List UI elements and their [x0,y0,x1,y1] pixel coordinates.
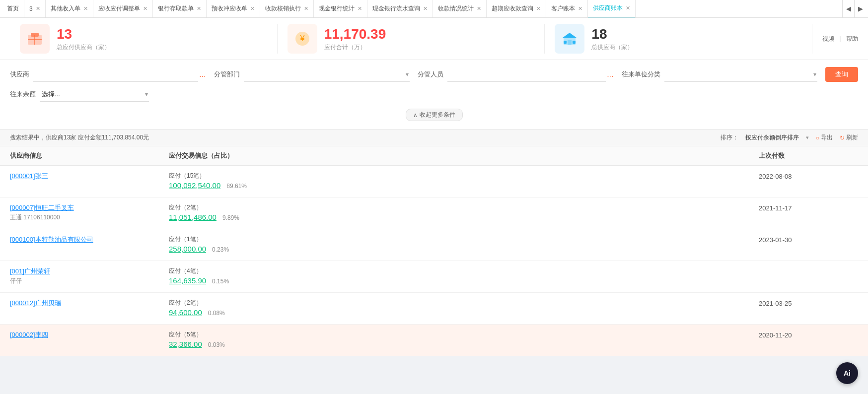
supplier-name-link[interactable]: [001]广州荣轩 [10,267,169,276]
trans-amount[interactable]: 258,000.00 [169,245,206,253]
nav-prev-button[interactable]: ◀ [842,0,854,18]
nav-tab-payment-stat[interactable]: 收款情况统计 ✕ [433,0,487,18]
refresh-label: 刷新 [846,133,858,142]
filter-row-1: 供应商 ... 分管部门 ▾ 分管人员 ... 往来单位分类 [10,67,858,82]
supplier-name-link[interactable]: [000002]李四 [10,330,169,339]
close-icon[interactable]: ✕ [578,5,582,12]
transaction-cell: 应付（5笔） 32,366.00 0.03% [169,330,759,348]
supplier-filter-label: 供应商 [10,70,29,79]
category-filter-select[interactable] [664,67,818,82]
collapse-up-icon: ∧ [413,112,418,119]
nav-tab-supplier-ledger[interactable]: 供应商账本 ✕ [588,0,636,18]
nav-tab-customer-ledger[interactable]: 客户账本 ✕ [546,0,588,18]
nav-tab-cash-stat[interactable]: 现金银行统计 ✕ [314,0,367,18]
trans-percent: 0.15% [212,278,229,285]
trans-inline: 11,051,486.00 9.89% [169,213,759,221]
person-dots[interactable]: ... [607,70,613,78]
balance-select-wrap: 选择... ▾ [40,87,149,102]
nav-next-button[interactable]: ▶ [854,0,866,18]
table-header: 供应商信息 应付交易信息（占比） 上次付数 [0,146,868,166]
collapse-button[interactable]: ∧ 收起更多条件 [406,109,463,121]
balance-filter-select[interactable]: 选择... [40,87,149,102]
person-filter-input[interactable] [447,67,606,82]
table-row: [000100]本特勒油品有限公司 应付（1笔） 258,000.00 0.23… [0,229,868,261]
nav-tab-home[interactable]: 首页 [2,0,24,18]
sort-value[interactable]: 按应付余额倒序排序 [745,133,799,142]
nav-tab-prepay[interactable]: 预收冲应收单 ✕ [207,0,260,18]
trans-label: 应付（2笔） [169,203,759,212]
total-amount-label: 应付合计（万） [324,43,535,52]
dept-select-wrap: ▾ [244,67,410,82]
help-link[interactable]: 帮助 [846,35,858,43]
dept-filter-label: 分管部门 [214,70,240,79]
last-payment-cell: 2020-11-20 [759,330,858,339]
supplier-name-link[interactable]: [000007]恒旺二手叉车 [10,203,169,212]
last-payment-date: 2021-03-25 [759,299,858,307]
nav-tab-cash-flow[interactable]: 现金银行流水查询 ✕ [367,0,433,18]
close-icon[interactable]: ✕ [83,5,88,12]
total-amount-number: 11,170.39 [324,26,535,43]
filter-category: 往来单位分类 ▾ [622,67,818,82]
transaction-info: 应付（1笔） 258,000.00 0.23% [169,235,759,253]
close-icon[interactable]: ✕ [477,5,481,12]
trans-percent: 0.03% [208,341,225,348]
summary-amount-info: 11,170.39 应付合计（万） [324,26,535,52]
dept-filter-select[interactable] [244,67,410,82]
nav-tab-ar-adjust[interactable]: 应收应付调整单 ✕ [93,0,153,18]
supplier-cell: [000012]广州贝瑞 [10,299,169,309]
export-label: 导出 [821,133,833,142]
supplier-dots[interactable]: ... [199,70,206,78]
filter-person: 分管人员 ... [418,67,614,82]
trans-amount[interactable]: 94,600.00 [169,308,202,317]
trans-label: 应付（4笔） [169,267,759,275]
trans-percent: 9.89% [222,214,239,221]
nav-tab-bank-deposit[interactable]: 银行存取款单 ✕ [153,0,207,18]
last-payment-cell: 2021-11-17 [759,203,858,212]
payable-label: 总应付供应商（家） [57,43,267,52]
close-icon[interactable]: ✕ [143,5,147,12]
supplier-name-link[interactable]: [000012]广州贝瑞 [10,299,169,308]
export-icon: ○ [816,134,819,141]
close-icon[interactable]: ✕ [304,5,308,12]
close-icon[interactable]: ✕ [250,5,255,12]
supplier-name-link[interactable]: [000100]本特勒油品有限公司 [10,235,169,244]
close-icon[interactable]: ✕ [423,5,428,12]
chevron-down-icon: ▾ [806,134,809,141]
supplier-filter-input[interactable] [33,67,198,82]
svg-marker-8 [563,33,577,38]
transaction-cell: 应付（1笔） 258,000.00 0.23% [169,235,759,253]
filter-dept: 分管部门 ▾ [214,67,410,82]
supplier-cell: [000007]恒旺二手叉车 王通 17106110000 [10,203,169,222]
last-payment-date: 2022-08-08 [759,172,858,180]
trans-percent: 0.23% [212,246,229,253]
close-icon[interactable]: ✕ [358,5,362,12]
trans-amount[interactable]: 100,092,540.00 [169,181,220,190]
close-icon[interactable]: ✕ [197,5,201,12]
export-button[interactable]: ○ 导出 [816,133,833,142]
close-icon[interactable]: ✕ [536,5,541,12]
nav-tab-collection[interactable]: 收款核销执行 ✕ [260,0,314,18]
trans-inline: 94,600.00 0.08% [169,308,759,317]
search-button[interactable]: 查询 [825,67,858,82]
summary-total-info: 18 总供应商（家） [591,26,802,52]
trans-amount[interactable]: 32,366.00 [169,340,202,348]
nav-tab-other-income[interactable]: 其他收入单 ✕ [46,0,93,18]
svg-rect-7 [568,40,572,45]
refresh-button[interactable]: ↻ 刷新 [840,133,858,142]
video-link[interactable]: 视频 [822,35,834,43]
close-icon[interactable]: ✕ [626,5,630,11]
filter-supplier: 供应商 ... [10,67,206,82]
nav-tab-home-label: 首页 [7,4,19,13]
supplier-cell: [000002]李四 [10,330,169,340]
nav-tab-3[interactable]: 3 ✕ [24,0,46,18]
transaction-cell: 应付（4笔） 164,635.90 0.15% [169,267,759,285]
nav-tab-overdue[interactable]: 超期应收款查询 ✕ [487,0,546,18]
filter-area: 供应商 ... 分管部门 ▾ 分管人员 ... 往来单位分类 [0,60,868,130]
trans-amount[interactable]: 11,051,486.00 [169,213,217,221]
trans-amount[interactable]: 164,635.90 [169,276,206,285]
supplier-name-link[interactable]: [000001]张三 [10,172,169,181]
store-icon [555,24,584,54]
transaction-info: 应付（4笔） 164,635.90 0.15% [169,267,759,285]
close-icon[interactable]: ✕ [36,5,40,12]
collapse-row: ∧ 收起更多条件 [10,107,858,125]
